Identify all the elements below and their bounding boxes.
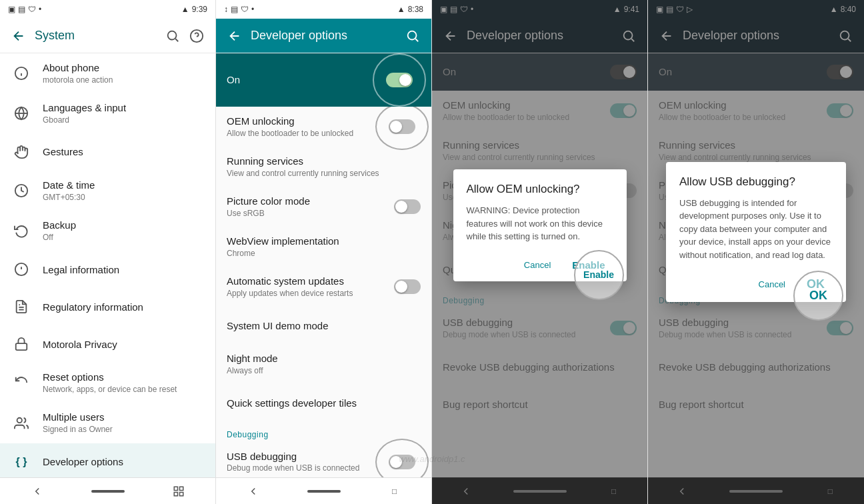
ok-circle-label: OK: [809, 289, 827, 303]
motorola-privacy-text: Motorola Privacy: [43, 338, 205, 351]
usb-toggle-2[interactable]: [389, 455, 415, 469]
search-button-1[interactable]: [165, 28, 181, 44]
users-subtitle: Signed in as Owner: [43, 425, 205, 435]
back-button-1[interactable]: [11, 28, 27, 44]
recent-nav-2[interactable]: □: [375, 481, 415, 502]
usb-dialog-overlay: Allow USB debugging? USB debugging is in…: [648, 0, 864, 504]
doc-icon-2: ▤: [231, 5, 238, 14]
regulatory-icon: [11, 296, 32, 317]
on-label-2: On: [227, 73, 367, 87]
usb-cancel-button[interactable]: Cancel: [751, 272, 793, 297]
panel-developer-oem: ▣ ▤ 🛡 • ▲ 9:41 Developer options On: [432, 0, 648, 504]
setting-system-ui-demo-2[interactable]: System UI demo mode: [216, 307, 431, 344]
usb-dialog-body: USB debugging is intended for developmen…: [679, 197, 833, 262]
help-button-1[interactable]: [189, 28, 205, 44]
setting-motorola-privacy[interactable]: Motorola Privacy: [0, 325, 215, 363]
shield-icon-2: 🛡: [241, 5, 249, 14]
back-button-2[interactable]: [227, 28, 243, 44]
setting-running-2[interactable]: Running services View and control curren…: [216, 147, 431, 187]
running-text-2: Running services View and control curren…: [227, 155, 421, 179]
svg-rect-21: [174, 492, 177, 495]
setting-regulatory[interactable]: Regulatory information: [0, 288, 215, 325]
developer-title: Developer options: [43, 455, 205, 469]
setting-reset[interactable]: Reset options Network, apps, or device c…: [0, 363, 215, 403]
about-phone-title: About phone: [43, 61, 205, 75]
setting-webview-2[interactable]: WebView implementation Chrome: [216, 227, 431, 267]
oem-toggle-circle-2: [375, 107, 429, 150]
setting-developer[interactable]: { } Developer options: [0, 443, 215, 477]
recent-nav-1[interactable]: [159, 481, 199, 502]
motorola-privacy-icon: [11, 333, 32, 355]
developer-text: Developer options: [43, 455, 205, 469]
setting-languages[interactable]: Languages & input Gboard: [0, 93, 215, 133]
setting-quick-settings-2[interactable]: Quick settings developer tiles: [216, 385, 431, 422]
reset-subtitle: Network, apps, or device can be reset: [43, 385, 205, 395]
datetime-title: Date & time: [43, 179, 205, 192]
setting-auto-updates-2[interactable]: Automatic system updates Apply updates w…: [216, 267, 431, 307]
developer-icon: { }: [11, 451, 32, 473]
shield-icon-1: 🛡: [28, 5, 36, 14]
setting-about-phone[interactable]: About phone motorola one action: [0, 53, 215, 93]
users-text: Multiple users Signed in as Owner: [43, 411, 205, 435]
night-mode-text-2: Night mode Always off: [227, 352, 421, 376]
reset-icon: [11, 372, 32, 393]
back-nav-2[interactable]: [233, 481, 273, 502]
panel-system: ▣ ▤ 🛡 • ▲ 9:39 System: [0, 0, 216, 504]
setting-gestures[interactable]: Gestures: [0, 133, 215, 171]
backup-icon: [11, 220, 32, 241]
oem-dialog-overlay: Allow OEM unlocking? WARNING: Device pro…: [432, 0, 647, 504]
datetime-text: Date & time GMT+05:30: [43, 179, 205, 203]
backup-text: Backup Off: [43, 219, 205, 243]
picture-color-title-2: Picture color mode: [227, 195, 394, 208]
search-button-2[interactable]: [405, 28, 421, 44]
settings-list-1: About phone motorola one action Language…: [0, 53, 215, 477]
svg-rect-20: [179, 492, 183, 495]
home-pill-2[interactable]: [307, 490, 341, 493]
setting-users[interactable]: Multiple users Signed in as Owner: [0, 403, 215, 443]
on-toggle-2[interactable]: [386, 73, 413, 87]
setting-oem-2[interactable]: OEM unlocking Allow the bootloader to be…: [216, 107, 431, 147]
picture-color-toggle-2[interactable]: [394, 199, 421, 214]
wifi-icon-1: ▲: [181, 5, 189, 14]
on-text-2: On: [227, 73, 367, 87]
usb-dialog-title: Allow USB debugging?: [679, 175, 833, 189]
about-phone-text: About phone motorola one action: [43, 61, 205, 85]
gesture-icon: [11, 141, 32, 163]
users-icon: [11, 413, 32, 434]
status-bar-1: ▣ ▤ 🛡 • ▲ 9:39: [0, 0, 215, 19]
wifi-icon-2: ▲: [397, 5, 405, 14]
app-bar-2: Developer options: [216, 19, 431, 53]
running-title-2: Running services: [227, 155, 421, 168]
time-1: 9:39: [192, 5, 207, 14]
oem-toggle-2[interactable]: [389, 119, 415, 134]
oem-dialog: Allow OEM unlocking? WARNING: Device pro…: [453, 169, 627, 281]
status-left-1: ▣ ▤ 🛡 •: [8, 5, 41, 14]
night-mode-title-2: Night mode: [227, 352, 421, 365]
status-bar-2: ↕ ▤ 🛡 • ▲ 8:38: [216, 0, 431, 19]
auto-updates-subtitle-2: Apply updates when device restarts: [227, 289, 394, 299]
setting-night-mode-2[interactable]: Night mode Always off: [216, 344, 431, 384]
motorola-privacy-title: Motorola Privacy: [43, 338, 205, 351]
back-nav-1[interactable]: [17, 481, 57, 502]
setting-backup[interactable]: Backup Off: [0, 211, 215, 251]
setting-datetime[interactable]: Date & time GMT+05:30: [0, 171, 215, 211]
svg-rect-18: [174, 487, 177, 490]
webview-text-2: WebView implementation Chrome: [227, 235, 421, 259]
home-pill-1[interactable]: [91, 490, 125, 493]
on-row-2[interactable]: On: [216, 53, 431, 107]
oem-dialog-body: WARNING: Device protection features will…: [467, 204, 613, 243]
setting-picture-color-2[interactable]: Picture color mode Use sRGB: [216, 187, 431, 227]
languages-text: Languages & input Gboard: [43, 101, 205, 125]
oem-cancel-button[interactable]: Cancel: [516, 254, 559, 276]
time-2: 8:38: [408, 5, 423, 14]
auto-updates-toggle-2[interactable]: [394, 279, 421, 294]
regulatory-text: Regulatory information: [43, 301, 205, 314]
ok-circle: OK: [793, 271, 843, 321]
globe-icon: [11, 103, 32, 124]
about-phone-subtitle: motorola one action: [43, 75, 205, 86]
sim-icon-1: ▣: [8, 5, 15, 14]
picture-color-text-2: Picture color mode Use sRGB: [227, 195, 394, 219]
setting-usb-2[interactable]: USB debugging Debug mode when USB is con…: [216, 442, 431, 477]
running-subtitle-2: View and control currently running servi…: [227, 169, 421, 179]
setting-legal[interactable]: Legal information: [0, 251, 215, 288]
